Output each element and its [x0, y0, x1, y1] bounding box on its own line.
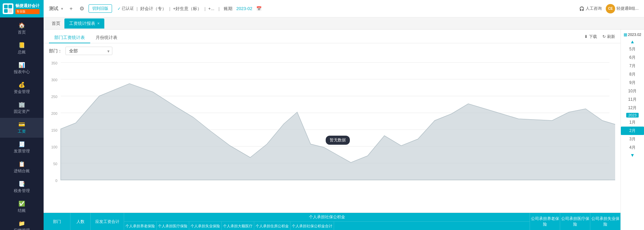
sidebar-item-ledger[interactable]: 📒 总账 [0, 39, 44, 58]
ledger-icon: 📒 [18, 42, 25, 48]
panel-month-2[interactable]: 2月 [621, 127, 644, 135]
dept-filter-label: 部门： [49, 48, 62, 54]
add-button[interactable]: + [67, 5, 75, 13]
topbar-actions: + ⚙ [67, 5, 86, 13]
th-group-title: 个人承担社保公积金 [124, 213, 530, 222]
sidebar-item-home[interactable]: 🏠 首页 [0, 19, 44, 39]
panel-month-1[interactable]: 1月 [621, 118, 644, 127]
dept-select[interactable]: 全部 行政部 技术部 销售部 [65, 47, 112, 55]
tab-home[interactable]: 首页 [48, 18, 64, 29]
sidebar-item-invoice[interactable]: 🧾 发票管理 [0, 138, 44, 157]
panel-year-badge[interactable]: 2023 [626, 113, 638, 118]
sidebar-item-closing[interactable]: ✅ 结账 [0, 197, 44, 217]
download-btn[interactable]: ⬇ 下载 [584, 34, 597, 40]
sidebar-item-salary[interactable]: 💳 工资 [0, 118, 44, 138]
sub-tab-dept[interactable]: 部门工资统计表 [49, 33, 90, 43]
page-content: 部门工资统计表 月份统计表 ⬇ 下载 ↻ 刷新 部门： [44, 30, 621, 230]
tag-more: +... [208, 6, 214, 11]
sidebar-item-label: 固定资产 [14, 109, 30, 114]
topbar-dropdown-arrow[interactable]: ▾ [61, 6, 63, 11]
topbar: 测试 ▾ + ⚙ 切到旧版 ✓ 已认证 | 好会计（专） | +好生意（标） |… [44, 0, 644, 17]
download-label: 下载 [589, 34, 597, 40]
sidebar-item-tax[interactable]: 📑 税务管理 [0, 177, 44, 197]
tax-icon: 📑 [18, 181, 25, 187]
home-icon: 🏠 [18, 22, 25, 29]
sidebar-item-reports[interactable]: 📊 报表中心 [0, 58, 44, 78]
panel-month-6[interactable]: 6月 [621, 53, 644, 62]
th-count: 人数 [70, 213, 91, 230]
th-company-medical: 公司承担医疗保险 [560, 213, 590, 230]
sidebar-item-sales[interactable]: 📋 进销台账 [0, 157, 44, 177]
svg-text:100: 100 [51, 145, 57, 149]
sub-tab-monthly[interactable]: 月份统计表 [90, 33, 123, 43]
panel-month-8[interactable]: 8月 [621, 70, 644, 79]
svg-text:350: 350 [51, 61, 57, 65]
sidebar-item-funds[interactable]: 💰 资金管理 [0, 78, 44, 98]
sub-tab-actions: ⬇ 下载 ↻ 刷新 [584, 34, 615, 42]
invoice-icon: 🧾 [18, 141, 25, 147]
reports-icon: 📊 [18, 62, 25, 68]
sidebar-item-archive[interactable]: 📁 归档管理 [0, 217, 44, 230]
tab-bar: 首页 工资统计报表 × [44, 17, 644, 30]
tag-product2: +好生意（标） [173, 6, 202, 12]
panel-month-3[interactable]: 3月 [621, 135, 644, 143]
svg-text:50: 50 [53, 162, 57, 166]
panel-month-7[interactable]: 7月 [621, 62, 644, 70]
switch-version-button[interactable]: 切到旧版 [89, 4, 112, 13]
panel-month-12[interactable]: 12月 [621, 104, 644, 112]
topbar-title: 测试 [49, 6, 58, 12]
th-dept: 部门 [44, 213, 70, 230]
tab-label: 工资统计报表 [69, 20, 95, 27]
service-btn[interactable]: 🎧 人工咨询 [579, 6, 602, 11]
sidebar-item-assets[interactable]: 🏢 固定资产 [0, 98, 44, 118]
headset-icon: 🎧 [579, 6, 584, 11]
panel-month-11[interactable]: 11月 [621, 95, 644, 104]
svg-text:200: 200 [51, 111, 57, 116]
logo-badge: 专业版 [15, 9, 40, 14]
th-personal-pension: 个人承担养老保险 [124, 222, 157, 230]
th-personal-medical: 个人承担医疗保险 [157, 222, 189, 230]
svg-text:150: 150 [51, 128, 57, 132]
th-group-cells: 个人承担养老保险 个人承担医疗保险 个人承担失业保险 个人承担大额医疗 个人承担… [124, 222, 530, 230]
th-group-personal: 个人承担社保公积金 个人承担养老保险 个人承担医疗保险 个人承担失业保险 个人承… [124, 213, 530, 230]
sales-icon: 📋 [18, 161, 25, 167]
panel-month-5[interactable]: 5月 [621, 45, 644, 53]
svg-rect-1 [8, 5, 12, 8]
sidebar-item-label: 总账 [18, 49, 26, 55]
user-area[interactable]: CE 轻捷通B组... [606, 4, 639, 13]
th-company-unemployment: 公司承担失业保险 [590, 213, 621, 230]
service-label: 人工咨询 [586, 6, 602, 11]
tab-salary-report[interactable]: 工资统计报表 × [64, 18, 104, 29]
tab-close-icon[interactable]: × [97, 21, 100, 26]
panel-month-9[interactable]: 9月 [621, 79, 644, 87]
logo-area: 畅捷通好会计 专业版 [0, 0, 44, 17]
th-personal-unemployment: 个人承担失业保险 [189, 222, 222, 230]
panel-year-label[interactable]: 2023.02 [628, 33, 641, 37]
sidebar: 畅捷通好会计 专业版 🏠 首页📒 总账📊 报表中心💰 资金管理🏢 固定资产💳 工… [0, 0, 44, 230]
panel-month-4[interactable]: 4月 [621, 143, 644, 152]
svg-text:0: 0 [55, 179, 57, 183]
avatar: CE [606, 4, 615, 13]
calendar-icon[interactable]: 📅 [256, 6, 262, 11]
chart-svg: 350 300 250 200 150 100 50 0 [49, 58, 615, 210]
refresh-icon: ↻ [602, 34, 606, 39]
topbar-right: 🎧 人工咨询 CE 轻捷通B组... [579, 4, 639, 13]
sidebar-item-label: 报表中心 [14, 69, 30, 75]
sidebar-item-label: 发票管理 [14, 148, 30, 154]
bottom-table: 部门 人数 应发工资合计 个人承担社保公积金 个人承担养老保险 个人承担医疗保险… [44, 213, 621, 230]
area-chart-polygon [61, 84, 615, 180]
refresh-label: 刷新 [607, 34, 615, 40]
panel-down-arrow[interactable]: ▼ [630, 152, 635, 158]
tag-product1: 好会计（专） [140, 6, 166, 12]
assets-icon: 🏢 [18, 101, 25, 108]
panel-up-arrow[interactable]: ▲ [630, 38, 635, 45]
refresh-btn[interactable]: ↻ 刷新 [602, 34, 615, 40]
topbar-tags: ✓ 已认证 | 好会计（专） | +好生意（标） | +... | 账期 202… [117, 6, 577, 12]
main-area: 测试 ▾ + ⚙ 切到旧版 ✓ 已认证 | 好会计（专） | +好生意（标） |… [44, 0, 644, 230]
panel-month-10[interactable]: 10月 [621, 87, 644, 95]
settings-button[interactable]: ⚙ [78, 5, 86, 13]
th-personal-total: 个人承担社保公积金合计 [290, 222, 334, 230]
content-with-panel: 部门工资统计表 月份统计表 ⬇ 下载 ↻ 刷新 部门： [44, 30, 644, 230]
download-icon: ⬇ [584, 34, 588, 39]
tag-certified: ✓ 已认证 [117, 6, 134, 11]
